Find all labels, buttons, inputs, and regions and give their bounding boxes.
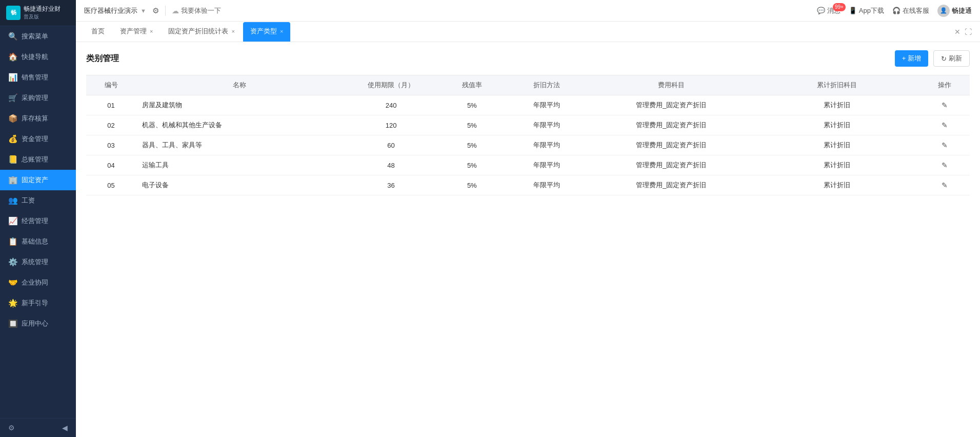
sidebar-item-sales[interactable]: 📊 销售管理 [0, 67, 76, 88]
edit-button-4[interactable]: ✎ [942, 181, 948, 189]
tab-depreciation-label: 固定资产折旧统计表 [168, 27, 228, 36]
logo-text: 畅捷通好业财 普及版 [24, 5, 61, 21]
tab-home-label: 首页 [91, 27, 105, 36]
tab-maximize-button[interactable]: ⛶ [965, 28, 972, 36]
app-center-icon: 🔲 [8, 319, 17, 328]
coop-icon: 🤝 [8, 278, 17, 287]
cell-code-0: 01 [86, 95, 136, 115]
sidebar-item-quick-nav[interactable]: 🏠 快捷导航 [0, 47, 76, 67]
tab-asset-mgmt[interactable]: 资产管理 × [113, 22, 160, 42]
message-icon: 💬 [817, 7, 825, 14]
sidebar-item-system[interactable]: ⚙️ 系统管理 [0, 252, 76, 272]
home-icon: 🏠 [8, 52, 17, 62]
sidebar-footer: ⚙ ◀ [0, 418, 76, 437]
cell-method-4: 年限平均 [505, 175, 588, 195]
cell-period-3: 48 [344, 155, 439, 175]
cell-residual-1: 5% [439, 115, 505, 135]
message-button[interactable]: 💬 消息 99+ [817, 6, 841, 15]
cell-method-0: 年限平均 [505, 95, 588, 115]
ledger-icon: 📒 [8, 155, 17, 164]
settings-footer-icon[interactable]: ⚙ [8, 424, 15, 432]
tab-asset-type-close[interactable]: × [280, 28, 283, 34]
main-area: 医疗器械行业演示 ▼ ⚙ ☁ 我要体验一下 💬 消息 99+ 📱 App下载 🎧… [76, 0, 980, 437]
module-dropdown-icon: ▼ [141, 8, 146, 14]
sidebar-item-inventory[interactable]: 📦 库存核算 [0, 108, 76, 129]
new-button[interactable]: + 新增 [895, 50, 928, 67]
col-header-residual: 残值率 [439, 75, 505, 95]
cell-accum-4: 累计折旧 [754, 175, 920, 195]
service-button[interactable]: 🎧 在线客服 [892, 6, 929, 15]
sidebar-item-basic-info[interactable]: 📋 基础信息 [0, 231, 76, 252]
cell-expense-3: 管理费用_固定资产折旧 [588, 155, 754, 175]
table-row: 01 房屋及建筑物 240 5% 年限平均 管理费用_固定资产折旧 累计折旧 ✎ [86, 95, 970, 115]
sidebar-item-capital[interactable]: 💰 资金管理 [0, 129, 76, 149]
sidebar-item-fixed-assets[interactable]: 🏢 固定资产 [0, 170, 76, 190]
table-header-row: 编号 名称 使用期限（月） 残值率 折旧方法 费用科目 累计折旧科目 操作 [86, 75, 970, 95]
sidebar-item-coop[interactable]: 🤝 企业协同 [0, 272, 76, 293]
col-header-expense: 费用科目 [588, 75, 754, 95]
refresh-label: 刷新 [949, 54, 962, 63]
cell-action-3: ✎ [920, 155, 970, 175]
tab-depreciation-report[interactable]: 固定资产折旧统计表 × [161, 22, 242, 42]
topbar-gear-icon[interactable]: ⚙ [152, 6, 159, 15]
app-logo: 畅 畅捷通好业财 普及版 [0, 0, 76, 26]
sidebar-item-payroll[interactable]: 👥 工资 [0, 190, 76, 211]
logo-icon: 畅 [6, 6, 21, 20]
tab-asset-mgmt-close[interactable]: × [150, 28, 153, 34]
cell-accum-3: 累计折旧 [754, 155, 920, 175]
sidebar-item-app-center[interactable]: 🔲 应用中心 [0, 313, 76, 334]
cell-code-2: 03 [86, 135, 136, 155]
content-area: 类别管理 + 新增 ↻ 刷新 编号 名称 使用期限（月） 残值率 折旧方法 费用… [76, 42, 980, 437]
tab-asset-type[interactable]: 资产类型 × [243, 22, 290, 42]
tab-asset-mgmt-label: 资产管理 [120, 27, 147, 36]
tab-home[interactable]: 首页 [84, 22, 112, 42]
topbar-divider [165, 6, 166, 16]
cell-expense-1: 管理费用_固定资产折旧 [588, 115, 754, 135]
refresh-icon: ↻ [941, 55, 947, 63]
topbar-right: 💬 消息 99+ 📱 App下载 🎧 在线客服 👤 畅捷通 [817, 5, 972, 17]
col-header-method: 折旧方法 [505, 75, 588, 95]
cell-code-3: 04 [86, 155, 136, 175]
table-row: 05 电子设备 36 5% 年限平均 管理费用_固定资产折旧 累计折旧 ✎ [86, 175, 970, 195]
sidebar-item-ops[interactable]: 📈 经营管理 [0, 211, 76, 231]
page-title: 类别管理 [86, 53, 119, 64]
edit-button-0[interactable]: ✎ [942, 101, 948, 109]
edit-button-2[interactable]: ✎ [942, 141, 948, 149]
user-menu[interactable]: 👤 畅捷通 [937, 5, 972, 17]
cell-residual-4: 5% [439, 175, 505, 195]
cell-code-1: 02 [86, 115, 136, 135]
category-table: 编号 名称 使用期限（月） 残值率 折旧方法 费用科目 累计折旧科目 操作 01… [86, 75, 970, 195]
cell-period-0: 240 [344, 95, 439, 115]
cell-name-0: 房屋及建筑物 [136, 95, 343, 115]
sidebar-item-general-ledger[interactable]: 📒 总账管理 [0, 149, 76, 170]
experience-button[interactable]: ☁ 我要体验一下 [172, 6, 221, 15]
table-row: 02 机器、机械和其他生产设备 120 5% 年限平均 管理费用_固定资产折旧 … [86, 115, 970, 135]
topbar: 医疗器械行业演示 ▼ ⚙ ☁ 我要体验一下 💬 消息 99+ 📱 App下载 🎧… [76, 0, 980, 22]
cell-period-4: 36 [344, 175, 439, 195]
app-download-icon: 📱 [849, 7, 857, 14]
service-icon: 🎧 [892, 7, 901, 14]
sidebar-item-search[interactable]: 🔍 搜索菜单 [0, 26, 76, 47]
cell-action-0: ✎ [920, 95, 970, 115]
col-header-accum: 累计折旧科目 [754, 75, 920, 95]
sidebar-item-purchase[interactable]: 🛒 采购管理 [0, 88, 76, 108]
page-header: 类别管理 + 新增 ↻ 刷新 [86, 50, 970, 67]
cell-method-2: 年限平均 [505, 135, 588, 155]
sidebar: 畅 畅捷通好业财 普及版 🔍 搜索菜单 🏠 快捷导航 📊 销售管理 🛒 采购管理… [0, 0, 76, 437]
cell-name-3: 运输工具 [136, 155, 343, 175]
edit-button-1[interactable]: ✎ [942, 121, 948, 129]
fixed-assets-icon: 🏢 [8, 175, 17, 185]
cell-method-1: 年限平均 [505, 115, 588, 135]
cell-accum-2: 累计折旧 [754, 135, 920, 155]
sidebar-item-guide[interactable]: 🌟 新手引导 [0, 293, 76, 313]
refresh-button[interactable]: ↻ 刷新 [933, 50, 970, 67]
collapse-icon[interactable]: ◀ [62, 424, 68, 432]
app-download-button[interactable]: 📱 App下载 [849, 6, 884, 15]
basic-info-icon: 📋 [8, 237, 17, 246]
user-avatar: 👤 [937, 5, 950, 17]
edit-button-3[interactable]: ✎ [942, 161, 948, 169]
module-selector[interactable]: 医疗器械行业演示 ▼ [84, 6, 146, 15]
tab-close-button[interactable]: ✕ [954, 28, 961, 36]
tab-depreciation-close[interactable]: × [231, 28, 234, 34]
ops-icon: 📈 [8, 216, 17, 226]
